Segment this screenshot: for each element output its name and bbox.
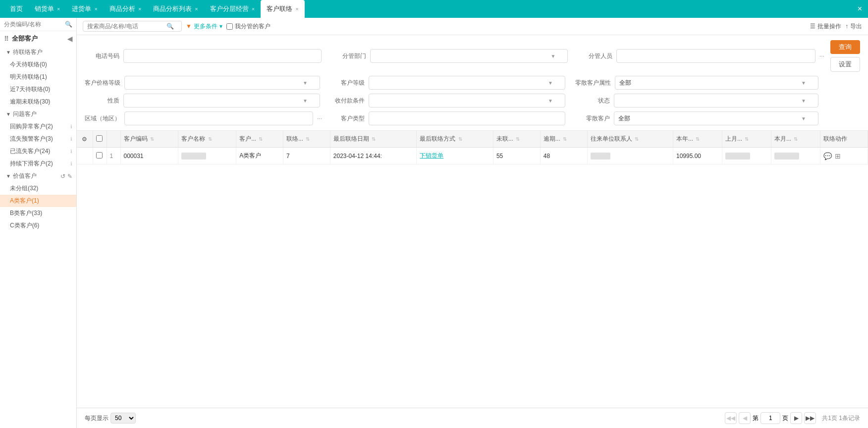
export-btn[interactable]: ↑ 导出 (845, 22, 862, 31)
nav-tab-purchase[interactable]: 进货单 × (66, 0, 103, 18)
sidebar-item-repurchase-abnormal[interactable]: 回购异常客户(2) ℹ (0, 120, 76, 133)
price-level-arrow: ▼ (303, 80, 308, 86)
close-sales-tab[interactable]: × (57, 6, 60, 12)
sidebar-all-customers[interactable]: ⠿ 全部客户 ◀ (0, 31, 76, 46)
col-customer-type[interactable]: 客户... ⇅ (236, 131, 283, 148)
col-last-date[interactable]: 最后联络日期 ⇅ (330, 131, 417, 148)
my-customer-checkbox-area[interactable]: 我分管的客户 (226, 22, 271, 31)
row-last-date: 2023-04-12 14:44: (330, 148, 417, 164)
more-filter-btn[interactable]: ▼ 更多条件 ▾ (186, 22, 222, 31)
page-size-select[interactable]: 50 100 200 (110, 413, 136, 424)
last-month-blurred (725, 153, 750, 160)
filter-payment: 收付款条件 ▼ (330, 94, 575, 107)
sidebar-item-c-class[interactable]: C类客户(6) (0, 219, 76, 232)
col-contact[interactable]: 联络... ⇅ (283, 131, 330, 148)
sidebar-item-tomorrow[interactable]: 明天待联络(1) (0, 71, 76, 83)
select-all-checkbox[interactable] (96, 135, 103, 142)
chat-action-icon[interactable]: 💬 (823, 152, 832, 160)
col-this-month[interactable]: 本月... ⇅ (771, 131, 820, 148)
status-arrow: ▼ (801, 98, 806, 104)
col-settings[interactable]: ⚙ (77, 131, 93, 148)
nav-tab-home[interactable]: 首页 (4, 0, 29, 18)
page-last-btn[interactable]: ▶▶ (804, 412, 816, 424)
search-input[interactable] (87, 23, 166, 30)
page-next-btn[interactable]: ▶ (790, 412, 802, 424)
filter-sparse-select[interactable]: 全部 ▼ (614, 111, 818, 125)
col-this-year[interactable]: 本年... ⇅ (673, 131, 722, 148)
refresh-icon[interactable]: ↺ (60, 173, 65, 180)
filter-customer-type-input[interactable] (369, 111, 565, 125)
page-prev-btn[interactable]: ◀ (739, 412, 751, 424)
filter-payment-select[interactable]: ▼ (369, 94, 565, 107)
batch-op-btn[interactable]: ☰ 批量操作 (810, 22, 841, 31)
col-last-method[interactable]: 最后联络方式 ⇅ (417, 131, 493, 148)
sidebar-item-today[interactable]: 今天待联络(0) (0, 58, 76, 71)
col-no-contact[interactable]: 未联... ⇅ (493, 131, 540, 148)
close-all-tabs[interactable]: × (856, 2, 864, 15)
sidebar-item-declining[interactable]: 持续下滑客户(2) ℹ (0, 158, 76, 170)
filter-sparse: 零散客户 全部 ▼ (575, 111, 820, 125)
sort-icon-this-month: ⇅ (794, 136, 798, 142)
filter-dept-select[interactable]: ▼ (370, 49, 568, 63)
row-checkbox[interactable] (96, 152, 103, 159)
table-header-row: ⚙ 客户编码 ⇅ 客户名称 ⇅ (77, 131, 868, 148)
filter-status-select[interactable]: ▼ (614, 94, 818, 107)
sidebar-item-b-class[interactable]: B类客户(33) (0, 207, 76, 219)
filter-status-label: 状态 (575, 97, 610, 105)
filter-person-input[interactable] (616, 49, 815, 63)
nav-tab-analysis[interactable]: 商品分析 × (104, 0, 147, 18)
filter-customer-level-select[interactable]: ▼ (369, 76, 565, 90)
close-analysis-list-tab[interactable]: × (195, 6, 198, 12)
filter-nature-label: 性质 (85, 97, 119, 105)
table-container: ⚙ 客户编码 ⇅ 客户名称 ⇅ (77, 131, 868, 408)
nav-tab-customer-contact[interactable]: 客户联络 × (261, 0, 304, 18)
filter-sparse-attr-select[interactable]: 全部 ▼ (615, 76, 818, 90)
query-button[interactable]: 查询 (830, 40, 860, 54)
page-input[interactable] (760, 412, 780, 424)
col-overdue[interactable]: 逾期... ⇅ (540, 131, 587, 148)
sidebar-pending-section[interactable]: ▼ 待联络客户 (0, 46, 76, 58)
filter-phone-input[interactable] (123, 49, 322, 63)
sidebar-item-churned[interactable]: 已流失客户(24) ℹ (0, 145, 76, 158)
nav-tab-customer-mgmt[interactable]: 客户分层经营 × (204, 0, 261, 18)
search-icon[interactable]: 🔍 (166, 23, 174, 30)
col-index (107, 131, 120, 148)
grid-action-icon[interactable]: ⊞ (835, 152, 841, 160)
filter-region-input[interactable] (124, 111, 313, 125)
page-first-btn[interactable]: ◀◀ (725, 412, 737, 424)
settings-icon[interactable]: ⚙ (82, 136, 87, 143)
sidebar-item-overdue[interactable]: 逾期未联络(30) (0, 96, 76, 108)
sidebar-search-input[interactable] (4, 21, 65, 28)
filter-nature-select[interactable]: ▼ (123, 94, 320, 107)
last-method-link[interactable]: 下销货单 (420, 152, 443, 159)
close-customer-contact-tab[interactable]: × (295, 6, 298, 12)
filter-row-1: 电话号码 分管部门 ▼ 分管人员 ··· 查询 设置 (85, 40, 860, 72)
setting-button[interactable]: 设置 (830, 57, 860, 72)
sidebar-item-unclassified[interactable]: 未分组(32) (0, 182, 76, 195)
sidebar-search-icon[interactable]: 🔍 (65, 21, 72, 28)
filter-region-dots[interactable]: ··· (317, 115, 322, 122)
info-icon-3: ℹ (70, 161, 72, 166)
sidebar-value-section[interactable]: ▼ 价值客户 ↺ ✎ (0, 170, 76, 182)
close-analysis-tab[interactable]: × (138, 6, 141, 12)
sidebar-collapse-btn[interactable]: ◀ (67, 35, 72, 43)
sidebar-item-7days[interactable]: 近7天待联络(0) (0, 83, 76, 96)
edit-icon[interactable]: ✎ (67, 173, 72, 180)
nav-tab-sales[interactable]: 销货单 × (29, 0, 66, 18)
sidebar-problem-section[interactable]: ▼ 问题客户 (0, 108, 76, 120)
col-name[interactable]: 客户名称 ⇅ (178, 131, 236, 148)
filter-person-dots[interactable]: ··· (819, 53, 824, 59)
col-unit-contact[interactable]: 往来单位联系人 ⇅ (587, 131, 673, 148)
filter-area: 电话号码 分管部门 ▼ 分管人员 ··· 查询 设置 (77, 35, 868, 131)
sidebar-item-churn-warning[interactable]: 流失预警客户(3) ℹ (0, 133, 76, 145)
my-customer-checkbox[interactable] (226, 23, 233, 30)
sidebar-item-a-class[interactable]: A类客户(1) (0, 195, 76, 207)
col-code[interactable]: 客户编码 ⇅ (120, 131, 178, 148)
close-purchase-tab[interactable]: × (94, 6, 97, 12)
row-last-method[interactable]: 下销货单 (417, 148, 493, 164)
filter-sparse-label: 零散客户 (575, 114, 610, 123)
nav-tab-analysis-list[interactable]: 商品分析列表 × (147, 0, 204, 18)
col-last-month[interactable]: 上月... ⇅ (722, 131, 771, 148)
close-customer-mgmt-tab[interactable]: × (252, 6, 255, 12)
filter-price-level-select[interactable]: ▼ (124, 76, 320, 90)
